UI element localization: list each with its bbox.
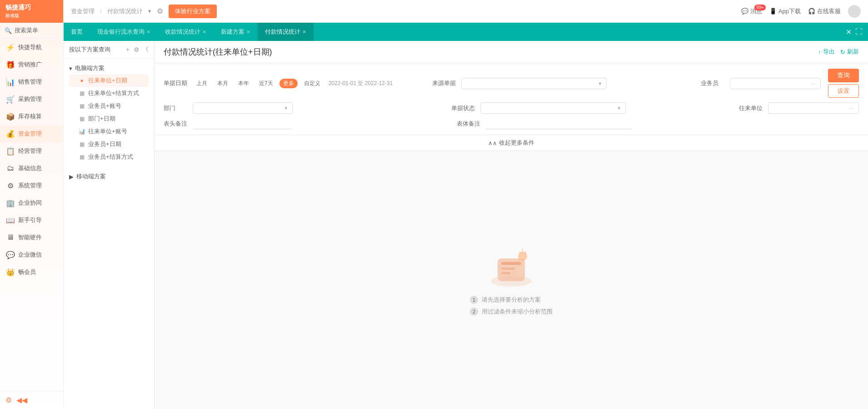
schema-icon-3: ▦: [78, 115, 85, 122]
sidebar-item-operations[interactable]: 📋 经营管理: [0, 142, 63, 160]
header-note-label: 表头备注: [164, 120, 189, 128]
body-note-label: 表体备注: [457, 120, 482, 128]
tab-payment-stats[interactable]: 付款情况统计 ✕: [258, 23, 314, 41]
page-title: 付款情况统计(往来单位+日期): [164, 46, 272, 57]
message-btn[interactable]: 💬 消息 99+: [741, 7, 762, 15]
sidebar-item-system[interactable]: ⚙ 系统管理: [0, 177, 63, 194]
refresh-btn[interactable]: ↻ 刷新: [840, 48, 859, 56]
doc-status-label: 单据状态: [451, 104, 477, 112]
sidebar-item-hardware[interactable]: 🖥 智能硬件: [0, 229, 63, 246]
tab-new-plan[interactable]: 新建方案 ✕: [214, 23, 258, 41]
sidebar-item-quick-nav[interactable]: ⚡ 快捷导航: [0, 39, 63, 56]
collapse-left-icon[interactable]: 《: [142, 45, 149, 54]
marketing-icon: 🎁: [6, 61, 15, 69]
schema-item-4[interactable]: 📊 往来单位+账号: [69, 125, 149, 138]
member-icon: 👑: [6, 268, 15, 276]
source-select[interactable]: ▾: [461, 78, 607, 89]
main-area: 资金管理 / 付款情况统计 ▾ ⚙ 体验行业方案 💬 消息 99+ 📱 App下…: [64, 0, 868, 409]
mobile-group-title[interactable]: ▶ 移动端方案: [69, 171, 149, 182]
header-note-input[interactable]: [193, 118, 293, 129]
sidebar-item-member[interactable]: 👑 畅会员: [0, 263, 63, 281]
topbar: 资金管理 / 付款情况统计 ▾ ⚙ 体验行业方案 💬 消息 99+ 📱 App下…: [64, 0, 868, 23]
schema-item-0[interactable]: ● 往来单位+日期: [69, 74, 149, 87]
schema-item-3[interactable]: ▦ 部门+日期: [69, 112, 149, 125]
date-range-display: 2022-01-01 至 2022-12-31: [329, 80, 393, 87]
online-service-btn[interactable]: 🎧 在线客服: [808, 7, 841, 15]
dept-select-arrow: ▾: [284, 105, 288, 111]
schema-icon-4: 📊: [78, 128, 85, 135]
collapse-bar[interactable]: ∧∧ 收起更多条件: [155, 135, 868, 151]
date-opt-custom[interactable]: 自定义: [300, 78, 324, 89]
dept-select[interactable]: ▾: [193, 102, 293, 114]
sidebar-item-purchase[interactable]: 🛒 采购管理: [0, 91, 63, 108]
schema-item-5[interactable]: ▦ 业务员+日期: [69, 138, 149, 151]
setting-btn[interactable]: 设置: [828, 84, 859, 98]
date-options: 上月 本月 本年 近7天 更多 自定义 2022-01-01 至 2022-12…: [193, 78, 393, 89]
page-actions: ↑ 导出 ↻ 刷新: [818, 48, 859, 56]
svg-rect-2: [501, 262, 521, 265]
sidebar-item-base-info[interactable]: 🗂 基础信息: [0, 160, 63, 177]
tab-home[interactable]: 首页: [64, 23, 90, 41]
export-btn[interactable]: ↑ 导出: [818, 48, 835, 56]
schema-item-1[interactable]: ▦ 往来单位+结算方式: [69, 87, 149, 100]
filter-row-1: 单据日期 上月 本月 本年 近7天 更多 自定义 2022-01-01 至 20…: [164, 69, 859, 98]
collapse-label: 收起更多条件: [499, 139, 534, 147]
operations-icon: 📋: [6, 147, 15, 155]
add-schema-icon[interactable]: ＋: [125, 45, 131, 54]
breadcrumb-dropdown-icon[interactable]: ▾: [148, 8, 151, 15]
mobile-group-arrow: ▶: [69, 173, 74, 180]
tab-new-plan-close[interactable]: ✕: [246, 29, 250, 35]
topbar-gear-icon[interactable]: ⚙: [157, 7, 163, 15]
nav-close-icon[interactable]: ✕: [846, 28, 852, 36]
body-note-input[interactable]: [486, 118, 631, 129]
trial-btn[interactable]: 体验行业方案: [169, 5, 217, 18]
refresh-icon: ↻: [840, 49, 845, 56]
tab-receipt-stats[interactable]: 收款情况统计 ✕: [158, 23, 214, 41]
date-opt-this-year[interactable]: 本年: [234, 78, 253, 89]
app-download-btn[interactable]: 📱 App下载: [769, 7, 801, 15]
left-panel: 按以下方案查询 ＋ ⚙ 《 ▾ 电脑端方案 ● 往来单位+日期 ▦: [64, 41, 155, 409]
query-btn[interactable]: 查询: [828, 69, 859, 82]
salesman-filter-col: 业务员 ···: [701, 78, 821, 89]
inventory-icon: 📦: [6, 112, 15, 121]
settings-bottom-icon[interactable]: ⚙: [5, 396, 12, 404]
sidebar-item-enterprise[interactable]: 🏢 企业协同: [0, 194, 63, 212]
schema-item-6[interactable]: ▦ 业务员+结算方式: [69, 151, 149, 163]
sidebar-item-sales[interactable]: 📊 销售管理: [0, 73, 63, 91]
tab-bank-flow[interactable]: 现金银行流水查询 ✕: [90, 23, 158, 41]
counterpart-select[interactable]: ···: [768, 102, 859, 114]
desktop-group-arrow: ▾: [69, 65, 72, 72]
doc-status-select[interactable]: ▾: [480, 102, 626, 114]
tip-text-2: 用过滤条件来缩小分析范围: [482, 308, 553, 316]
sidebar-item-wechat[interactable]: 💬 企业微信: [0, 246, 63, 263]
user-avatar[interactable]: [848, 5, 861, 18]
salesman-select[interactable]: ···: [730, 78, 821, 89]
nav-tabs-right-actions: ✕ ⛶: [846, 28, 868, 36]
message-badge: 99+: [754, 5, 766, 10]
sidebar-item-guide[interactable]: 📖 新手引导: [0, 212, 63, 229]
desktop-group-title[interactable]: ▾ 电脑端方案: [69, 62, 149, 74]
schema-item-2[interactable]: ▦ 业务员+账号: [69, 100, 149, 112]
search-menu[interactable]: 🔍 搜索菜单: [0, 23, 63, 39]
date-opt-more[interactable]: 更多: [279, 79, 298, 88]
left-panel-actions: ＋ ⚙ 《: [125, 45, 149, 54]
sidebar-item-inventory[interactable]: 📦 库存核算: [0, 108, 63, 125]
date-opt-last-month[interactable]: 上月: [193, 78, 211, 89]
counterpart-label: 往来单位: [739, 104, 764, 112]
date-opt-7days[interactable]: 近7天: [255, 78, 277, 89]
collapse-sidebar-icon[interactable]: ◀◀: [16, 396, 27, 404]
right-panel: 付款情况统计(往来单位+日期) ↑ 导出 ↻ 刷新: [155, 41, 868, 409]
sidebar-item-marketing[interactable]: 🎁 营销推广: [0, 56, 63, 73]
manage-schema-icon[interactable]: ⚙: [134, 46, 140, 53]
tab-receipt-stats-close[interactable]: ✕: [202, 29, 206, 35]
nav-expand-icon[interactable]: ⛶: [855, 28, 863, 36]
tab-bank-flow-close[interactable]: ✕: [146, 29, 150, 35]
wechat-icon: 💬: [6, 251, 15, 259]
sidebar-bottom: ⚙ ◀◀: [0, 391, 63, 409]
tab-payment-stats-close[interactable]: ✕: [302, 29, 306, 35]
schema-icon-0: ●: [78, 77, 85, 84]
page-header: 付款情况统计(往来单位+日期) ↑ 导出 ↻ 刷新: [155, 41, 868, 63]
sidebar-item-finance[interactable]: 💰 资金管理: [0, 125, 63, 142]
filter-row-3: 表头备注 表体备注: [164, 118, 859, 129]
date-opt-this-month[interactable]: 本月: [214, 78, 232, 89]
